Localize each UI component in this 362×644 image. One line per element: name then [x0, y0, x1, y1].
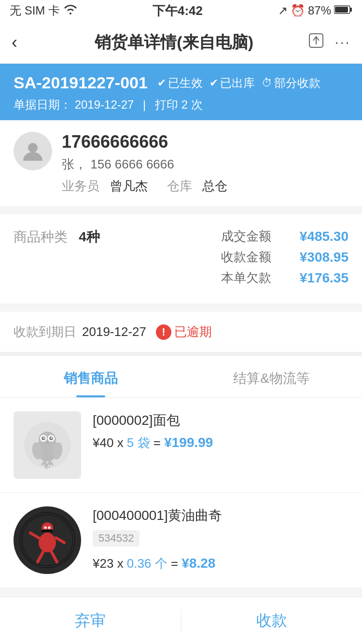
product-name-1: [0000002]面包	[93, 411, 348, 430]
summary-types: 商品种类 4种	[14, 228, 100, 246]
tabs-section: 销售商品 结算&物流等	[0, 356, 362, 398]
product-name-2: [000400001]黄油曲奇	[93, 506, 348, 525]
svg-point-5	[28, 143, 38, 153]
back-button[interactable]: ‹	[12, 32, 41, 53]
tab-settlement[interactable]: 结算&物流等	[181, 356, 362, 397]
amount-row-1: 成交金额 ¥485.30	[221, 228, 348, 245]
carrier-text: 无 SIM 卡	[10, 3, 60, 18]
overdue-badge: ! 已逾期	[156, 323, 212, 340]
status-left: 无 SIM 卡	[10, 3, 77, 18]
page-title: 销货单详情(来自电脑)	[95, 31, 253, 54]
customer-meta: 业务员 曾凡杰 仓库 总仓	[62, 178, 348, 195]
tab-sales-products[interactable]: 销售商品	[0, 356, 181, 397]
svg-point-28	[39, 533, 56, 552]
due-section: 收款到期日 2019-12-27 ! 已逾期	[0, 312, 362, 356]
more-icon[interactable]: ···	[334, 33, 350, 51]
product-thumb-1: 督+	[14, 411, 81, 479]
svg-point-35	[48, 526, 51, 529]
amount-row-3: 本单欠款 ¥176.35	[221, 269, 348, 286]
check-icon-1: ✔	[157, 77, 166, 89]
svg-text:督+: 督+	[44, 465, 51, 469]
location-icon: ↗	[278, 4, 288, 17]
battery-icon	[334, 4, 352, 17]
customer-info: 17666666666 张， 156 6666 6666 业务员 曾凡杰 仓库 …	[62, 132, 348, 195]
summary-amounts: 成交金额 ¥485.30 收款金额 ¥308.95 本单欠款 ¥176.35	[221, 228, 348, 290]
confirm-button[interactable]: 收款	[181, 597, 362, 644]
products-section: 督+ [0000002]面包 ¥40 x 5 袋 = ¥199.99	[0, 398, 362, 588]
nav-bar: ‹ 销货单详情(来自电脑) ···	[0, 21, 362, 64]
product-price-2: ¥23 x 0.36 个 = ¥8.28	[93, 555, 348, 572]
amount-row-2: 收款金额 ¥308.95	[221, 249, 348, 266]
customer-phone: 张， 156 6666 6666	[62, 156, 348, 173]
status-badges: ✔ 已生效 ✔ 已出库 ⏱ 部分收款	[157, 75, 320, 91]
product-info-1: [0000002]面包 ¥40 x 5 袋 = ¥199.99	[93, 411, 348, 451]
product-thumb-2	[14, 506, 81, 574]
svg-rect-33	[42, 530, 53, 532]
svg-point-13	[43, 437, 45, 439]
order-date-row: 单据日期： 2019-12-27 | 打印 2 次	[14, 97, 348, 112]
header-banner: SA-20191227-001 ✔ 已生效 ✔ 已出库 ⏱ 部分收款 单据日期：…	[0, 64, 362, 120]
wifi-icon	[64, 4, 77, 17]
product-price-1: ¥40 x 5 袋 = ¥199.99	[93, 434, 348, 451]
svg-point-34	[44, 526, 47, 529]
svg-point-14	[51, 437, 53, 439]
check-icon-2: ✔	[209, 77, 218, 89]
status-right: ↗ ⏰ 87%	[278, 4, 352, 17]
cancel-button[interactable]: 弃审	[0, 597, 181, 644]
alarm-icon: ⏰	[291, 4, 305, 17]
warehouse-label: 仓库 总仓	[167, 178, 228, 195]
status-badge-1: ✔ 已生效	[157, 75, 203, 91]
clock-icon: ⏱	[262, 77, 272, 89]
sales-label: 业务员 曾凡杰	[62, 178, 148, 195]
bottom-bar: 弃审 收款	[0, 597, 362, 644]
order-id: SA-20191227-001	[14, 73, 148, 92]
status-badge-2: ✔ 已出库	[209, 75, 255, 91]
avatar	[14, 132, 52, 170]
nav-actions: ···	[307, 32, 350, 53]
overdue-icon: !	[156, 324, 171, 340]
status-time: 下午4:42	[153, 2, 203, 19]
svg-rect-1	[350, 8, 352, 12]
product-sku-2: 534532	[93, 530, 348, 551]
status-badge-3: ⏱ 部分收款	[262, 75, 320, 91]
battery-text: 87%	[308, 4, 331, 17]
status-bar: 无 SIM 卡 下午4:42 ↗ ⏰ 87%	[0, 0, 362, 21]
customer-section: 17666666666 张， 156 6666 6666 业务员 曾凡杰 仓库 …	[0, 120, 362, 207]
product-item-2: [000400001]黄油曲奇 534532 ¥23 x 0.36 个 = ¥8…	[0, 493, 362, 588]
customer-name: 17666666666	[62, 132, 348, 152]
svg-rect-2	[335, 7, 348, 13]
summary-section: 商品种类 4种 成交金额 ¥485.30 收款金额 ¥308.95 本单欠款 ¥…	[0, 214, 362, 304]
product-info-2: [000400001]黄油曲奇 534532 ¥23 x 0.36 个 = ¥8…	[93, 506, 348, 572]
share-icon[interactable]	[307, 32, 325, 53]
product-item-1: 督+ [0000002]面包 ¥40 x 5 袋 = ¥199.99	[0, 398, 362, 493]
